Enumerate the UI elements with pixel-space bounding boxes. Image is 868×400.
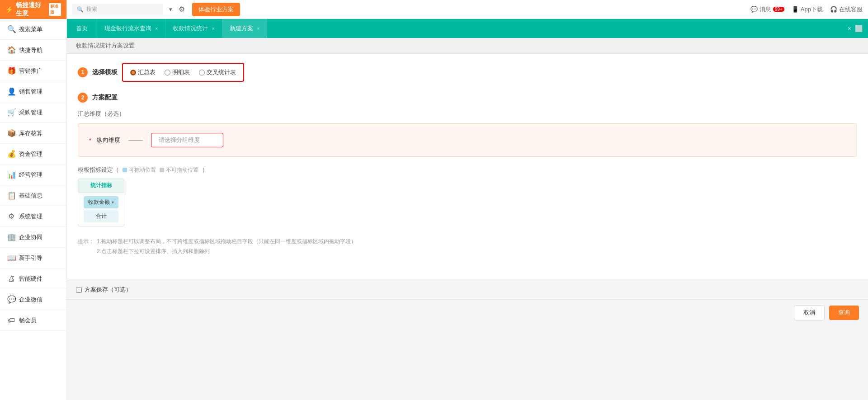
hint-text-2: 2.点击标题栏下拉可设置排序、插入列和删除列 (97, 247, 210, 257)
legend-non-draggable: 不可拖动位置 (160, 166, 198, 174)
tab-cashflow-close[interactable]: × (155, 26, 158, 31)
save-checkbox-label[interactable]: 方案保存（可选） (76, 286, 132, 294)
operations-icon: 📊 (7, 170, 15, 179)
sidebar-item-system[interactable]: ⚙ 系统管理 (0, 206, 66, 227)
radio-detail-input[interactable] (165, 70, 170, 75)
radio-summary[interactable]: 汇总表 (130, 68, 156, 76)
save-checkbox-input[interactable] (76, 287, 82, 293)
sidebar-item-member[interactable]: 🏷 畅会员 (0, 310, 66, 331)
sidebar-item-label: 销售管理 (19, 88, 42, 96)
radio-cross-input[interactable] (199, 70, 205, 75)
app-download-label: App下载 (801, 5, 823, 14)
sidebar-item-operations[interactable]: 📊 经营管理 (0, 165, 66, 185)
tab-collection-close[interactable]: × (212, 26, 214, 31)
sidebar-item-marketing[interactable]: 🎁 营销推广 (0, 61, 66, 81)
sidebar-logo: ⚡ 畅捷通好生意 标准版 (0, 0, 66, 19)
tab-maximize-icon[interactable]: ⬜ (855, 25, 863, 32)
legend-draggable: 可拖动位置 (123, 166, 156, 174)
marketing-icon: 🎁 (7, 66, 15, 75)
sidebar-item-enterprise[interactable]: 🏢 企业协同 (0, 227, 66, 248)
app-download-btn[interactable]: 📱 App下载 (792, 5, 823, 14)
logo-badge: 标准版 (49, 3, 61, 16)
step2-circle: 2 (78, 93, 88, 103)
radio-summary-label: 汇总表 (138, 68, 156, 76)
enterprise-icon: 🏢 (7, 233, 15, 241)
metrics-subtag-label: 合计 (96, 213, 107, 219)
footer-bar: 方案保存（可选） (67, 280, 868, 299)
tab-cashflow-label: 现金银行流水查询 (104, 24, 151, 33)
sidebar-item-search-menu[interactable]: 🔍 搜索菜单 (0, 19, 66, 40)
sidebar-item-purchase[interactable]: 🛒 采购管理 (0, 102, 66, 123)
metrics-label-text: 模板指标设定（ (78, 166, 119, 174)
legend-non-draggable-label: 不可拖动位置 (166, 166, 198, 174)
radio-cross-label: 交叉统计表 (207, 68, 236, 76)
hint-row-1: 提示： 1.拖动标题栏可以调整布局，不可跨维度或指标区域拖动栏目字段（只能在同一… (78, 237, 857, 247)
tab-collection[interactable]: 收款情况统计 × (165, 19, 222, 38)
sidebar-item-finance[interactable]: 💰 资金管理 (0, 144, 66, 165)
form-body: 1 选择模板 汇总表 明细表 交叉统计表 (67, 54, 868, 280)
sidebar-item-wechat[interactable]: 💬 企业微信 (0, 289, 66, 310)
tabbar-actions: × ⬜ (848, 25, 868, 32)
metrics-tag[interactable]: 收款金额 ▾ (84, 196, 118, 208)
industry-btn[interactable]: 体验行业方案 (192, 3, 240, 16)
sidebar-item-label: 资金管理 (19, 150, 42, 158)
tab-home-label: 首页 (76, 24, 88, 33)
notification-badge: 99+ (773, 7, 784, 12)
metrics-subtag[interactable]: 合计 (84, 210, 118, 222)
query-button[interactable]: 查询 (829, 306, 859, 320)
content-area: 收款情况统计方案设置 1 选择模板 汇总表 明细表 (67, 38, 868, 400)
hint-text-1: 1.拖动标题栏可以调整布局，不可跨维度或指标区域拖动栏目字段（只能在同一维度或指… (97, 237, 356, 247)
hardware-icon: 🖨 (7, 275, 15, 283)
search-menu-icon: 🔍 (7, 25, 15, 33)
sidebar-item-hardware[interactable]: 🖨 智能硬件 (0, 268, 66, 289)
tab-restore-icon[interactable]: × (848, 25, 851, 32)
step1-header: 1 选择模板 汇总表 明细表 交叉统计表 (78, 63, 857, 82)
tab-cashflow[interactable]: 现金银行流水查询 × (97, 19, 165, 38)
sidebar-item-label: 智能硬件 (19, 275, 42, 283)
online-service-label: 在线客服 (839, 5, 863, 14)
sidebar-item-basic-info[interactable]: 📋 基础信息 (0, 185, 66, 206)
radio-cross[interactable]: 交叉统计表 (199, 68, 236, 76)
cancel-button[interactable]: 取消 (794, 305, 825, 320)
guide-icon: 📖 (7, 254, 15, 262)
sidebar-item-quick-nav[interactable]: 🏠 快捷导航 (0, 40, 66, 61)
radio-summary-input[interactable] (130, 70, 136, 75)
message-label: 消息 (760, 5, 771, 14)
sidebar-item-guide[interactable]: 📖 新手引导 (0, 248, 66, 268)
logo-text: 畅捷通好生意 (16, 1, 46, 18)
sidebar-item-inventory[interactable]: 📦 库存核算 (0, 123, 66, 144)
logo-icon: ⚡ (5, 6, 13, 13)
metrics-section: 模板指标设定（ 可拖动位置 不可拖动位置 ） 统计指标 (78, 166, 857, 228)
topbar-gear-icon[interactable]: ⚙ (179, 5, 185, 14)
quick-nav-icon: 🏠 (7, 46, 15, 54)
dimension-select-button[interactable]: 请选择分组维度 (151, 133, 223, 147)
sidebar-item-label: 采购管理 (19, 108, 42, 117)
finance-icon: 💰 (7, 150, 15, 158)
topbar-dropdown-icon[interactable]: ▾ (169, 6, 172, 13)
dimension-arrow: —— (128, 136, 143, 144)
radio-detail-label: 明细表 (172, 68, 190, 76)
step2-header: 2 方案配置 (78, 93, 857, 103)
tab-home[interactable]: 首页 (67, 19, 97, 38)
sidebar-item-sales[interactable]: 👤 销售管理 (0, 81, 66, 102)
sidebar-item-label: 搜索菜单 (19, 25, 42, 33)
metrics-header: 统计指标 (78, 179, 124, 193)
member-icon: 🏷 (7, 316, 15, 325)
draggable-dot (123, 168, 127, 172)
sidebar-item-label: 库存核算 (19, 129, 42, 137)
dimension-area: * 纵向维度 —— 请选择分组维度 (78, 123, 857, 157)
search-placeholder-text: 搜索 (86, 5, 97, 13)
sidebar-item-label: 企业协同 (19, 233, 42, 241)
message-btn[interactable]: 💬 消息 99+ (750, 5, 784, 14)
online-service-btn[interactable]: 🎧 在线客服 (830, 5, 863, 14)
sales-icon: 👤 (7, 87, 15, 96)
tab-new-plan[interactable]: 新建方案 × (222, 19, 267, 38)
radio-detail[interactable]: 明细表 (165, 68, 190, 76)
topbar-search[interactable]: 🔍 搜索 (72, 4, 163, 15)
tab-collection-label: 收款情况统计 (173, 24, 208, 33)
step1-circle: 1 (78, 67, 88, 77)
vertical-dimension-label: 纵向维度 (97, 136, 120, 144)
tab-new-plan-close[interactable]: × (257, 26, 259, 31)
sidebar: ⚡ 畅捷通好生意 标准版 🔍 搜索菜单 🏠 快捷导航 🎁 营销推广 👤 销售管理… (0, 0, 67, 400)
metrics-config-label: 模板指标设定（ 可拖动位置 不可拖动位置 ） (78, 166, 857, 174)
